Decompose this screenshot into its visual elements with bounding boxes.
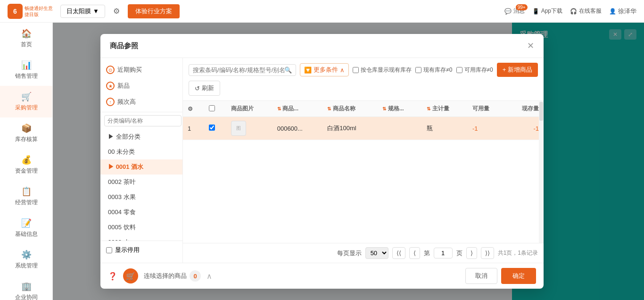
nav-dropdown[interactable]: 日太阳膜 ▼ bbox=[60, 5, 105, 18]
category-snack[interactable]: 0004 零食 bbox=[100, 205, 182, 220]
modal-sidebar-footer: 显示停用 bbox=[100, 241, 182, 259]
more-filter-btn[interactable]: 🔽 更多条件 ∧ bbox=[300, 63, 349, 76]
table-body: 1 图 000600... 白酒100ml 瓶 bbox=[183, 117, 544, 140]
headset-icon: 🎧 bbox=[570, 8, 577, 15]
category-unclassified[interactable]: 00 未分类 bbox=[100, 144, 182, 159]
table-header: ⚙ 商品图片 ⇅ 商品... bbox=[183, 101, 544, 117]
avatar: 👤 bbox=[609, 8, 616, 15]
category-fruit[interactable]: 0003 水果 bbox=[100, 190, 182, 205]
content-area: 采购管理 ✕ ⤢ 查询 设置 商品参照 ✕ bbox=[53, 23, 644, 300]
available-stock-filter[interactable]: 可用库存≠0 bbox=[456, 66, 493, 74]
row-code: 000600... bbox=[272, 117, 323, 140]
settings-icon[interactable]: ⚙ bbox=[109, 4, 124, 19]
finance-icon: 💰 bbox=[21, 155, 32, 165]
col-unit[interactable]: ⇅ 主计量 bbox=[422, 101, 468, 117]
sidebar-recent[interactable]: ⊙ 近期购买 bbox=[100, 62, 182, 78]
phone-icon: 📱 bbox=[532, 8, 539, 15]
modal-body: ⊙ 近期购买 ★ 新品 ↑ 频次高 🔍 bbox=[100, 58, 544, 263]
current-stock-checkbox[interactable] bbox=[415, 67, 421, 73]
table-scrollbar[interactable] bbox=[539, 101, 544, 243]
add-product-btn[interactable]: + 新增商品 bbox=[497, 63, 538, 77]
modal-title: 商品参照 bbox=[110, 42, 138, 50]
product-image: 图 bbox=[231, 121, 246, 136]
search-icon[interactable]: 🔍 bbox=[284, 67, 292, 74]
confirm-btn[interactable]: 确定 bbox=[501, 268, 536, 284]
product-reference-modal: 商品参照 ✕ ⊙ 近期购买 ★ 新品 bbox=[100, 34, 544, 289]
message-icon: 💬 bbox=[504, 8, 512, 15]
cart-text: 连续选择的商品 0 bbox=[144, 270, 201, 282]
table-row[interactable]: 1 图 000600... 白酒100ml 瓶 bbox=[183, 117, 544, 140]
sidebar-frequent[interactable]: ↑ 频次高 bbox=[100, 94, 182, 110]
col-checkbox[interactable] bbox=[204, 101, 226, 117]
col-name[interactable]: ⇅ 商品名称 bbox=[322, 101, 378, 117]
last-page-btn[interactable]: ⟩⟩ bbox=[481, 247, 494, 259]
sidebar-item-finance[interactable]: 💰 资金管理 bbox=[0, 149, 52, 181]
category-water[interactable]: 0008 水 bbox=[100, 235, 182, 241]
category-list: ▶ 全部分类 00 未分类 ▶ 0001 酒水 0002 茶叶 bbox=[100, 129, 182, 241]
row-image: 图 bbox=[226, 117, 272, 140]
sidebar-item-sales[interactable]: 📊 销售管理 bbox=[0, 54, 52, 86]
category-liquor[interactable]: ▶ 0001 酒水 bbox=[100, 159, 182, 175]
purchase-icon: 🛒 bbox=[21, 92, 32, 102]
cart-count: 0 bbox=[190, 270, 201, 282]
frequent-icon: ↑ bbox=[106, 98, 115, 106]
show-disabled-checkbox[interactable] bbox=[106, 247, 112, 253]
page-size-select[interactable]: 50 bbox=[365, 247, 388, 259]
prev-page-btn[interactable]: ⟨ bbox=[409, 247, 420, 259]
modal-close-btn[interactable]: ✕ bbox=[527, 41, 534, 51]
recent-icon: ⊙ bbox=[106, 66, 115, 74]
col-code[interactable]: ⇅ 商品... bbox=[272, 101, 323, 117]
sidebar-new[interactable]: ★ 新品 bbox=[100, 78, 182, 94]
row-select-checkbox[interactable] bbox=[209, 125, 215, 131]
modal-header: 商品参照 ✕ bbox=[100, 34, 544, 58]
row-seq: 1 bbox=[183, 117, 204, 140]
first-page-btn[interactable]: ⟨⟨ bbox=[392, 247, 405, 259]
logo-text: 畅捷通好生意 捷目版 bbox=[25, 5, 53, 17]
col-settings[interactable]: ⚙ bbox=[183, 101, 204, 117]
category-search-input[interactable] bbox=[104, 115, 182, 126]
sidebar-item-enterprise[interactable]: 🏢 企业协同 bbox=[0, 275, 52, 300]
messages-btn[interactable]: 💬 消息 99+ bbox=[504, 7, 525, 15]
category-all[interactable]: ▶ 全部分类 bbox=[100, 129, 182, 144]
topbar: 6 畅捷通好生意 捷目版 日太阳膜 ▼ ⚙ 体验行业方案 💬 消息 99+ 📱 … bbox=[0, 0, 644, 23]
sidebar-item-home[interactable]: 🏠 首页 bbox=[0, 23, 52, 54]
sidebar-item-inventory[interactable]: 📦 库存核算 bbox=[0, 117, 52, 149]
page-info: 共1页，1条记录 bbox=[498, 249, 538, 257]
online-service-btn[interactable]: 🎧 在线客服 bbox=[570, 7, 602, 15]
app-download-btn[interactable]: 📱 App下载 bbox=[532, 7, 562, 15]
sort-icon: ⇅ bbox=[427, 106, 430, 111]
sidebar-item-system[interactable]: ⚙️ 系统管理 bbox=[0, 244, 52, 275]
sidebar-item-operations[interactable]: 📋 经营管理 bbox=[0, 181, 52, 212]
cancel-btn[interactable]: 取消 bbox=[465, 268, 497, 284]
current-stock-filter[interactable]: 现有库存≠0 bbox=[415, 66, 452, 74]
available-stock-checkbox[interactable] bbox=[456, 67, 462, 73]
page-number-input[interactable] bbox=[434, 248, 453, 258]
chevron-up-icon: ∧ bbox=[340, 67, 345, 74]
row-available: -1 bbox=[468, 117, 505, 140]
product-search-input[interactable] bbox=[193, 67, 284, 74]
row-unit: 瓶 bbox=[422, 117, 468, 140]
cart-icon[interactable]: 🛒 bbox=[123, 268, 138, 283]
basic-info-icon: 📝 bbox=[21, 218, 32, 228]
select-all-checkbox[interactable] bbox=[209, 105, 215, 111]
warehouse-stock-filter[interactable]: 按仓库显示现有库存 bbox=[353, 66, 412, 74]
col-spec[interactable]: ⇅ 规格... bbox=[378, 101, 422, 117]
sidebar-item-purchase[interactable]: 🛒 采购管理 bbox=[0, 86, 52, 117]
scrollbar-thumb bbox=[539, 102, 543, 121]
sidebar: 🏠 首页 📊 销售管理 🛒 采购管理 📦 库存核算 💰 资金管理 📋 经营管理 … bbox=[0, 23, 53, 300]
help-icon[interactable]: ❓ bbox=[108, 272, 117, 281]
topbar-nav: 日太阳膜 ▼ ⚙ 体验行业方案 bbox=[60, 4, 504, 19]
modal-pagination: 每页显示 50 ⟨⟨ ⟨ 第 页 ⟩ ⟩⟩ 共1页，1条记录 bbox=[183, 243, 544, 263]
collapse-icon[interactable]: ∧ bbox=[206, 272, 212, 281]
modal-sidebar: ⊙ 近期购买 ★ 新品 ↑ 频次高 🔍 bbox=[100, 58, 183, 263]
user-menu[interactable]: 👤 徐泽华 bbox=[609, 7, 636, 16]
user-name: 徐泽华 bbox=[618, 7, 636, 16]
trial-btn[interactable]: 体验行业方案 bbox=[128, 4, 180, 18]
next-page-btn[interactable]: ⟩ bbox=[466, 247, 477, 259]
warehouse-stock-checkbox[interactable] bbox=[353, 67, 359, 73]
category-beverage[interactable]: 0005 饮料 bbox=[100, 220, 182, 235]
sidebar-item-basic-info[interactable]: 📝 基础信息 bbox=[0, 212, 52, 244]
refresh-btn[interactable]: ↺ 刷新 bbox=[189, 81, 220, 96]
category-tea[interactable]: 0002 茶叶 bbox=[100, 175, 182, 190]
row-checkbox[interactable] bbox=[204, 117, 226, 140]
